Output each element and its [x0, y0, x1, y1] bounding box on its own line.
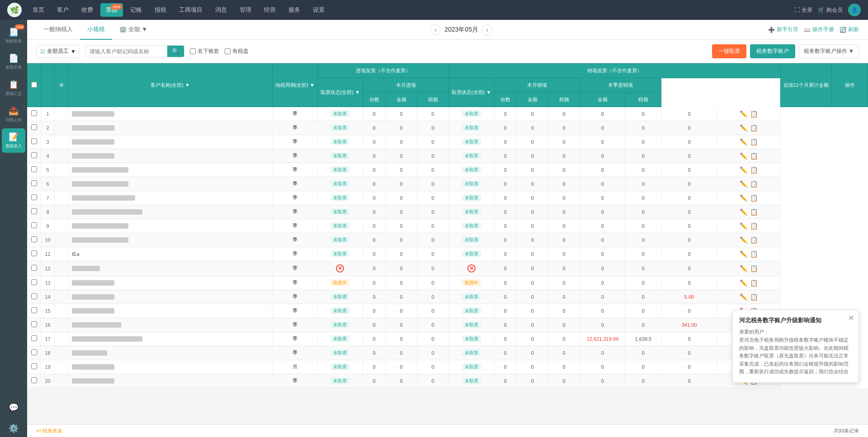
- table-row: 4 ████████████ 季 未取票 0 0 0 未取票 0 0 0 0 0…: [28, 149, 868, 163]
- row-checkbox[interactable]: [31, 124, 37, 130]
- edit-icon[interactable]: ✏️: [740, 110, 747, 117]
- date-prev-btn[interactable]: ‹: [430, 24, 441, 35]
- copy-icon[interactable]: 📋: [750, 293, 758, 301]
- edit-icon[interactable]: ✏️: [740, 208, 747, 216]
- row-checkbox[interactable]: [31, 293, 37, 299]
- row-checkbox[interactable]: [31, 138, 37, 144]
- row-checkbox[interactable]: [31, 307, 37, 313]
- sidebar-item-scan-upload[interactable]: 📤 扫描上传: [2, 102, 25, 127]
- row-checkbox[interactable]: [31, 222, 37, 228]
- edit-icon[interactable]: ✏️: [740, 180, 747, 188]
- nav-item-message[interactable]: 消息: [210, 3, 232, 17]
- copy-icon[interactable]: 📋: [750, 236, 758, 244]
- select-all-checkbox[interactable]: [31, 82, 37, 88]
- edit-icon[interactable]: ✏️: [740, 222, 747, 230]
- row-actions-icon: [55, 360, 68, 374]
- member-btn[interactable]: 🛒 购会员: [818, 6, 843, 14]
- copy-icon[interactable]: 📋: [750, 265, 758, 272]
- row-checkbox[interactable]: [31, 265, 37, 271]
- row-checkbox[interactable]: [31, 194, 37, 200]
- row-checkbox[interactable]: [31, 349, 37, 355]
- copy-icon[interactable]: 📋: [750, 152, 758, 160]
- sidebar-item-chat[interactable]: 💬: [2, 399, 25, 418]
- copy-icon[interactable]: 📋: [750, 166, 758, 174]
- copy-icon[interactable]: 📋: [750, 279, 758, 287]
- search-button[interactable]: 🔍: [167, 46, 184, 57]
- edit-icon[interactable]: ✏️: [740, 138, 747, 146]
- sidebar-item-ticket-summary[interactable]: 📋 票据汇总: [2, 76, 25, 100]
- out-tax: 0: [548, 318, 580, 332]
- row-checkbox[interactable]: [31, 279, 37, 285]
- nav-item-manage[interactable]: 管理: [234, 3, 257, 17]
- fullscreen-btn[interactable]: ⛶ 全屏: [794, 6, 812, 14]
- checkbox-tax-disk[interactable]: 有税盘: [225, 47, 249, 55]
- copy-icon[interactable]: 📋: [750, 250, 758, 258]
- nav-item-home[interactable]: 首页: [27, 3, 50, 17]
- guide-btn[interactable]: ➕ 新手引导: [768, 26, 798, 33]
- edit-icon[interactable]: ✏️: [740, 279, 747, 287]
- nav-item-service[interactable]: 服务: [283, 3, 306, 17]
- tax-digital-ops-btn[interactable]: 税务数字账户操作 ▼: [799, 44, 859, 58]
- nav-item-fee[interactable]: 收费: [76, 3, 99, 17]
- row-checkbox[interactable]: [31, 208, 37, 214]
- out-amount: 0: [517, 135, 548, 149]
- nav-item-accounting[interactable]: 记账: [125, 3, 147, 17]
- user-avatar[interactable]: 👤: [848, 4, 861, 16]
- edit-icon[interactable]: ✏️: [740, 250, 747, 258]
- edit-icon[interactable]: ✏️: [740, 194, 747, 202]
- in-amount: 0: [386, 261, 417, 276]
- tax-digital-account-btn[interactable]: 税务数字账户: [750, 44, 795, 58]
- edit-icon[interactable]: ✏️: [740, 152, 747, 160]
- row-checkbox[interactable]: [31, 335, 37, 341]
- edit-icon[interactable]: ✏️: [740, 265, 747, 272]
- sidebar-item-ticket-entry[interactable]: 📝 票据录入: [2, 128, 25, 153]
- customer-name-cell: tEa: [68, 247, 273, 261]
- tab-small-scale[interactable]: 小规模: [80, 20, 112, 40]
- copy-icon[interactable]: 📋: [750, 110, 758, 117]
- manual-btn[interactable]: 📖 操作手册: [804, 26, 834, 33]
- nav-item-customer[interactable]: 客户: [52, 3, 74, 17]
- in-amount: 0: [386, 163, 417, 177]
- nav-item-operation[interactable]: 经营: [259, 3, 281, 17]
- column-settings-icon[interactable]: ⚙: [59, 82, 64, 88]
- row-checkbox[interactable]: [31, 152, 37, 158]
- notification-close-btn[interactable]: ✕: [848, 314, 854, 322]
- row-checkbox[interactable]: [31, 180, 37, 186]
- refresh-btn[interactable]: 🔄 刷新: [840, 26, 859, 33]
- nav-item-tax[interactable]: 报税: [149, 3, 172, 17]
- edit-icon[interactable]: ✏️: [740, 293, 747, 301]
- row-checkbox[interactable]: [31, 363, 37, 369]
- customer-name-cell: ████████████: [68, 121, 273, 135]
- copy-icon[interactable]: 📋: [750, 138, 758, 146]
- edit-icon[interactable]: ✏️: [740, 236, 747, 244]
- nav-item-settings[interactable]: 设置: [307, 3, 330, 17]
- one-click-fetch-btn[interactable]: 一键取票: [712, 44, 746, 58]
- not-fetched-status: 未取票: [330, 377, 349, 384]
- row-checkbox[interactable]: [31, 236, 37, 242]
- row-checkbox[interactable]: [31, 321, 37, 327]
- row-actions-icon: [55, 290, 68, 304]
- tab-all[interactable]: 🏢 全能 ▼: [112, 20, 155, 40]
- sidebar-item-invoice-issue[interactable]: 📄 发票开具: [2, 50, 25, 74]
- sidebar-item-setting[interactable]: ⚙️: [2, 420, 25, 437]
- row-checkbox[interactable]: [31, 250, 37, 256]
- copy-icon[interactable]: 📋: [750, 194, 758, 202]
- nav-item-business[interactable]: 工商项目: [174, 3, 208, 17]
- copy-icon[interactable]: 📋: [750, 124, 758, 132]
- edit-icon[interactable]: ✏️: [740, 124, 747, 132]
- copy-icon[interactable]: 📋: [750, 222, 758, 230]
- search-input[interactable]: [86, 46, 167, 57]
- tax-policy-link[interactable]: 🏷 税务政策: [36, 428, 62, 434]
- nav-item-ticket[interactable]: 票据 new: [100, 3, 123, 17]
- tab-general-taxpayer[interactable]: 一般纳税人: [36, 20, 80, 40]
- sidebar-item-smart-ticket[interactable]: 🧾 智能取票 new: [2, 23, 25, 48]
- edit-icon[interactable]: ✏️: [740, 166, 747, 174]
- date-next-btn[interactable]: ›: [482, 24, 493, 35]
- copy-icon[interactable]: 📋: [750, 180, 758, 188]
- copy-icon[interactable]: 📋: [750, 208, 758, 216]
- row-checkbox[interactable]: [31, 166, 37, 172]
- checkbox-accounts[interactable]: 名下账套: [190, 47, 219, 55]
- employee-select[interactable]: ☑ 全部员工 ▼: [36, 45, 80, 58]
- row-checkbox[interactable]: [31, 377, 37, 383]
- row-checkbox[interactable]: [31, 110, 37, 116]
